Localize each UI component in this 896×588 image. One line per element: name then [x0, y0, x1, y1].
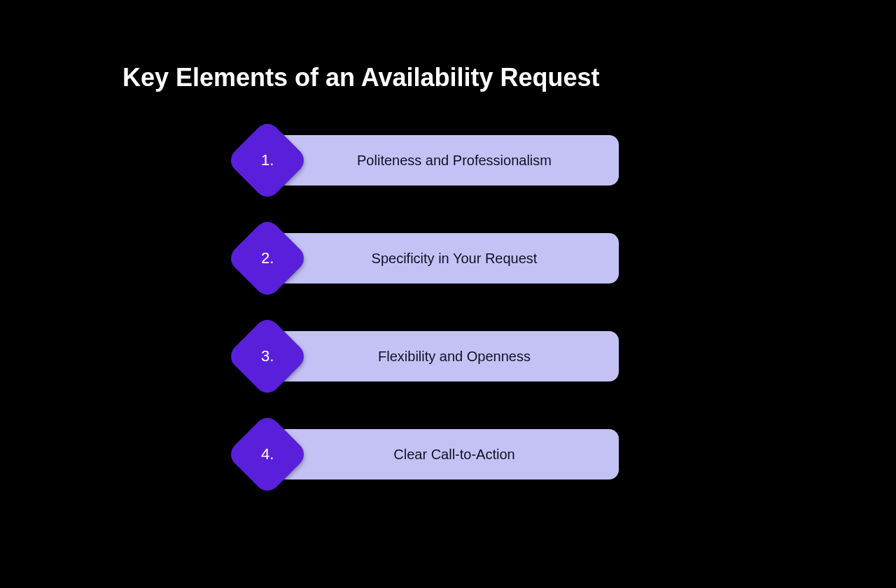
item-label: Specificity in Your Request	[358, 251, 538, 267]
list-item: 2. Specificity in Your Request	[238, 229, 896, 288]
item-number: 3.	[261, 347, 274, 365]
item-label: Flexibility and Openness	[364, 349, 531, 365]
number-badge: 4.	[226, 413, 309, 496]
item-number: 2.	[261, 249, 274, 267]
number-badge: 2.	[226, 217, 309, 300]
item-label: Clear Call-to-Action	[379, 447, 514, 463]
item-number: 1.	[261, 151, 274, 169]
item-number: 4.	[261, 445, 274, 463]
elements-list: 1. Politeness and Professionalism 2. Spe…	[238, 131, 896, 484]
list-item: 4. Clear Call-to-Action	[238, 425, 896, 484]
number-badge: 1.	[226, 119, 309, 202]
number-badge: 3.	[226, 315, 309, 398]
list-item: 3. Flexibility and Openness	[238, 327, 896, 386]
item-bar: Specificity in Your Request	[276, 233, 619, 284]
item-label: Politeness and Professionalism	[343, 153, 552, 169]
diagram-container: Key Elements of an Availability Request …	[0, 0, 896, 484]
item-bar: Politeness and Professionalism	[276, 135, 619, 186]
item-bar: Flexibility and Openness	[276, 331, 619, 382]
item-bar: Clear Call-to-Action	[276, 429, 619, 479]
page-title: Key Elements of an Availability Request	[122, 63, 896, 92]
list-item: 1. Politeness and Professionalism	[238, 131, 896, 190]
